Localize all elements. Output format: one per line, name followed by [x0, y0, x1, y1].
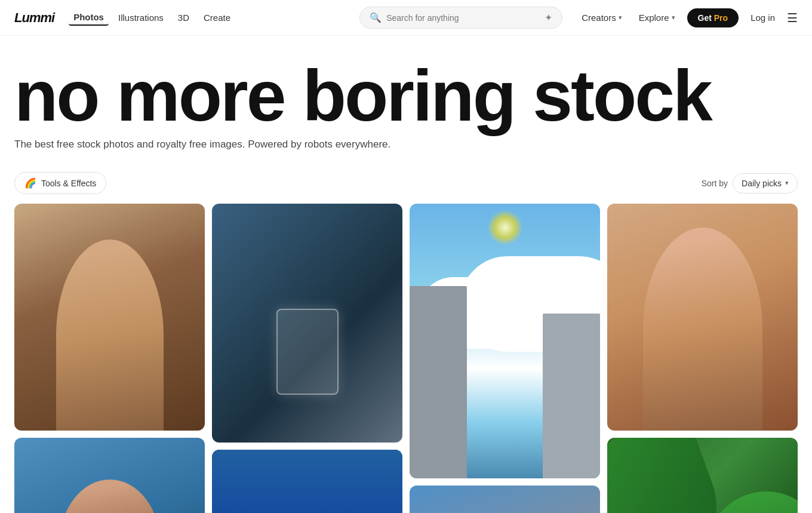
sort-by-label: Sort by: [702, 179, 728, 188]
search-input[interactable]: [386, 13, 540, 23]
nav-photos[interactable]: Photos: [69, 10, 109, 26]
ai-icon[interactable]: ✦: [545, 12, 552, 23]
navigation: Lummi Photos Illustrations 3D Create 🔍 ✦…: [0, 0, 812, 36]
nav-create[interactable]: Create: [199, 10, 235, 25]
search-icon: 🔍: [370, 12, 382, 23]
photo-green-leaves[interactable]: [607, 438, 798, 513]
photo-street-low[interactable]: [410, 486, 600, 513]
photo-column-3: [410, 204, 600, 513]
sort-value: Daily picks: [742, 179, 782, 188]
photo-blue-scene[interactable]: [212, 450, 402, 513]
rainbow-icon: 🌈: [24, 177, 36, 189]
photo-column-4: [607, 204, 798, 513]
nav-illustrations[interactable]: Illustrations: [113, 10, 168, 25]
creators-chevron-icon: ▾: [619, 14, 622, 21]
photo-woman-portrait-1[interactable]: [607, 204, 798, 431]
nav-3d[interactable]: 3D: [173, 10, 194, 25]
explore-label: Explore: [639, 13, 669, 23]
nav-right: Creators ▾ Explore ▾ Get Pro Log in ☰: [577, 8, 798, 27]
explore-menu[interactable]: Explore ▾: [634, 10, 680, 25]
sort-chevron-icon: ▾: [785, 179, 789, 187]
filter-bar: 🌈 Tools & Effects Sort by Daily picks ▾: [0, 162, 812, 204]
hero-subtitle: The best free stock photos and royalty f…: [14, 139, 798, 150]
logo[interactable]: Lummi: [14, 10, 54, 26]
hero-title: no more boring stock: [14, 60, 798, 131]
photo-sky-buildings[interactable]: [410, 204, 600, 478]
search-bar[interactable]: 🔍 ✦: [359, 7, 562, 29]
hamburger-icon[interactable]: ☰: [787, 11, 798, 25]
photo-man-portrait-1[interactable]: [14, 204, 205, 431]
hero-section: no more boring stock The best free stock…: [0, 36, 812, 162]
photo-grid: [0, 204, 812, 513]
get-pro-button[interactable]: Get Pro: [687, 8, 739, 27]
sort-select[interactable]: Daily picks ▾: [733, 173, 798, 193]
sort-bar: Sort by Daily picks ▾: [702, 173, 798, 193]
tools-effects-button[interactable]: 🌈 Tools & Effects: [14, 172, 106, 194]
creators-label: Creators: [582, 13, 616, 23]
explore-chevron-icon: ▾: [672, 14, 675, 21]
tools-effects-label: Tools & Effects: [41, 179, 96, 188]
photo-man-portrait-2[interactable]: [14, 438, 205, 513]
photo-column-2: [212, 204, 402, 513]
creators-menu[interactable]: Creators ▾: [577, 10, 627, 25]
photo-glass-water[interactable]: [212, 204, 402, 443]
photo-column-1: [14, 204, 205, 513]
login-button[interactable]: Log in: [746, 10, 780, 25]
